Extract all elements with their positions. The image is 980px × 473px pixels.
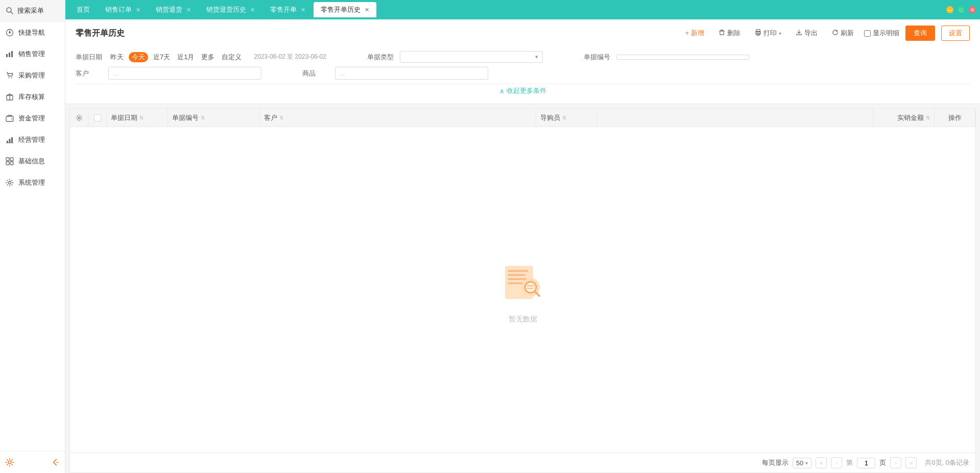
tab-sales-return-history[interactable]: 销货退货历史 ✕: [199, 2, 262, 17]
prev-page-button[interactable]: ‹: [831, 457, 842, 468]
page-number-input[interactable]: [857, 458, 875, 468]
sidebar-item-sales-mgmt[interactable]: 销售管理: [0, 43, 65, 65]
new-button[interactable]: + 新增: [681, 27, 708, 40]
close-button[interactable]: ✕: [969, 6, 976, 13]
th-spacer: [597, 109, 874, 127]
date-shortcut-7days[interactable]: 近7天: [151, 52, 172, 62]
svg-rect-6: [11, 51, 13, 57]
sidebar-search[interactable]: 搜索采单: [0, 0, 65, 22]
svg-rect-18: [10, 158, 13, 161]
settings-button[interactable]: 设置: [941, 26, 970, 41]
sidebar-item-inventory[interactable]: 库存核算: [0, 86, 65, 108]
empty-text: 暂无数据: [509, 315, 537, 324]
display-cols-label: 显示明细: [873, 29, 899, 38]
date-shortcut-today[interactable]: 今天: [129, 52, 148, 62]
th-num[interactable]: 单据编号 ⇅: [168, 109, 260, 127]
page-size-dropdown-icon: ▾: [805, 460, 808, 466]
tab-close-icon[interactable]: ✕: [186, 7, 191, 13]
svg-rect-31: [508, 274, 525, 276]
page-content: 零售开单历史 + 新增 删除 打印: [65, 19, 980, 473]
svg-point-7: [9, 78, 10, 79]
sidebar-item-operation[interactable]: 经营管理: [0, 129, 65, 151]
table-area: 单据日期 ⇅ 单据编号 ⇅ 客户 ⇅ 导购员 ⇅ 实销金额: [69, 108, 976, 473]
refresh-button[interactable]: 刷新: [828, 27, 858, 40]
date-shortcut-more[interactable]: 更多: [199, 52, 217, 62]
collapse-more-btn[interactable]: ∧ 收起更多条件: [76, 84, 970, 97]
th-checkbox[interactable]: [88, 109, 107, 127]
maximize-button[interactable]: □: [958, 6, 965, 13]
display-cols-toggle[interactable]: 显示明细: [864, 29, 899, 38]
first-page-button[interactable]: «: [816, 457, 827, 468]
tab-label: 销货退货: [156, 5, 182, 14]
date-label: 单据日期: [76, 53, 104, 62]
gear-icon[interactable]: [5, 458, 14, 467]
sidebar-item-system[interactable]: 系统管理: [0, 172, 65, 193]
th-settings[interactable]: [70, 109, 88, 127]
print-button-label: 打印: [763, 29, 777, 38]
tab-retail-open[interactable]: 零售开单 ✕: [263, 2, 313, 17]
display-cols-checkbox[interactable]: [864, 30, 871, 37]
collapse-sidebar-icon[interactable]: [51, 458, 60, 467]
next-page-button[interactable]: ›: [890, 457, 901, 468]
date-shortcut-custom[interactable]: 自定义: [220, 52, 244, 62]
bar-icon: [5, 135, 14, 144]
tab-close-icon[interactable]: ✕: [365, 7, 369, 13]
query-button[interactable]: 查询: [905, 26, 935, 41]
tab-home[interactable]: 首页: [69, 2, 97, 17]
th-date[interactable]: 单据日期 ⇅: [107, 109, 168, 127]
date-shortcut-yesterday[interactable]: 昨天: [108, 52, 126, 62]
export-button[interactable]: 导出: [792, 27, 822, 40]
date-shortcut-1month[interactable]: 近1月: [175, 52, 196, 62]
sidebar-item-basic-info[interactable]: 基础信息: [0, 151, 65, 172]
sidebar-bottom: [0, 451, 65, 473]
customer-placeholder: ...: [113, 69, 118, 77]
th-guide[interactable]: 导购员 ⇅: [536, 109, 597, 127]
type-select[interactable]: ▾: [400, 51, 543, 63]
date-range-text: 2023-06-02 至 2023-06-02: [254, 53, 326, 61]
sidebar-item-purchase-mgmt[interactable]: 采购管理: [0, 65, 65, 86]
sidebar-item-label: 经营管理: [18, 135, 45, 144]
table-header: 单据日期 ⇅ 单据编号 ⇅ 客户 ⇅ 导购员 ⇅ 实销金额: [70, 109, 975, 127]
refresh-button-label: 刷新: [841, 29, 854, 38]
filter-row-1: 单据日期 昨天 今天 近7天 近1月 更多 自定义 2023-06-02 至 2…: [76, 51, 970, 63]
num-input[interactable]: [616, 55, 749, 60]
last-page-button[interactable]: »: [905, 457, 917, 468]
svg-point-28: [78, 117, 80, 119]
tab-close-icon[interactable]: ✕: [250, 7, 255, 13]
page-size-select[interactable]: 50 ▾: [793, 458, 811, 468]
sidebar-search-label: 搜索采单: [17, 6, 44, 15]
customer-filter-group: 客户 ...: [76, 67, 261, 80]
collapse-more-label: 收起更多条件: [507, 86, 546, 95]
sidebar-item-quick-nav[interactable]: 快捷导航: [0, 22, 65, 43]
customer-input[interactable]: ...: [108, 67, 261, 80]
new-button-label: + 新增: [685, 29, 704, 38]
minimize-button[interactable]: —: [946, 6, 953, 13]
svg-rect-24: [720, 31, 724, 35]
refresh-icon: [832, 29, 839, 37]
compass-icon: [5, 28, 14, 37]
empty-state: 暂无数据: [70, 127, 975, 453]
select-all-checkbox[interactable]: [94, 114, 101, 121]
type-label: 单据类型: [367, 53, 396, 62]
search-icon: [5, 6, 14, 15]
svg-rect-17: [6, 158, 9, 161]
delete-button[interactable]: 删除: [714, 27, 745, 40]
th-amount-label: 实销金额: [897, 113, 924, 122]
total-text: 共0页, 0条记录: [925, 458, 969, 467]
tab-retail-open-history[interactable]: 零售开单历史 ✕: [314, 2, 376, 17]
svg-point-8: [11, 78, 12, 79]
tab-close-icon[interactable]: ✕: [301, 7, 305, 13]
goods-input[interactable]: ...: [335, 67, 488, 80]
th-guide-label: 导购员: [540, 113, 560, 122]
sidebar-item-finance[interactable]: 资金管理: [0, 108, 65, 129]
sidebar-item-label: 系统管理: [18, 178, 45, 187]
tab-sales-return[interactable]: 销货退货 ✕: [149, 2, 198, 17]
th-customer[interactable]: 客户 ⇅: [260, 109, 536, 127]
print-button[interactable]: 打印 ▾: [751, 27, 785, 40]
svg-rect-32: [508, 278, 527, 280]
th-amount[interactable]: 实销金额 ⇅: [873, 109, 935, 127]
type-filter-group: 单据类型 ▾: [367, 51, 543, 63]
tab-close-icon[interactable]: ✕: [136, 7, 140, 13]
tab-sales-order[interactable]: 销售订单 ✕: [98, 2, 148, 17]
sort-icon: ⇅: [139, 115, 144, 120]
